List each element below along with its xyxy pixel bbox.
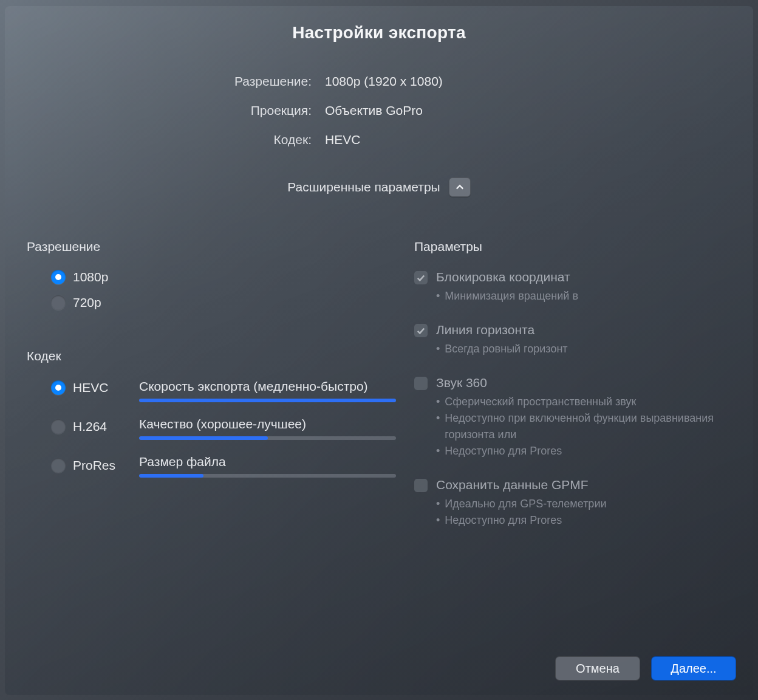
radio-icon bbox=[51, 380, 66, 395]
param-content: Звук 360 Сферический пространственный зв… bbox=[436, 376, 731, 459]
metric-quality: Качество (хорошее-лучшее) bbox=[139, 417, 396, 440]
param-desc: Сферический пространственный звук Недост… bbox=[436, 394, 731, 459]
param-bullet: Недоступно при включенной функции выравн… bbox=[436, 410, 731, 443]
codec-option-h264[interactable]: H.264 bbox=[51, 419, 139, 434]
resolution-option-720p[interactable]: 720p bbox=[51, 295, 396, 310]
radio-icon bbox=[51, 458, 66, 473]
advanced-toggle-button[interactable] bbox=[449, 177, 471, 197]
progress-track bbox=[139, 474, 396, 478]
param-desc: Минимизация вращений в bbox=[436, 288, 731, 304]
radio-icon bbox=[51, 419, 66, 434]
param-horizon[interactable]: Линия горизонта Всегда ровный горизонт bbox=[414, 323, 731, 357]
metric-speed: Скорость экспорта (медленно-быстро) bbox=[139, 379, 396, 402]
dialog-footer: Отмена Далее... bbox=[5, 656, 753, 695]
codec-option-hevc[interactable]: HEVC bbox=[51, 380, 139, 395]
radio-icon bbox=[51, 295, 66, 310]
radio-label: ProRes bbox=[73, 458, 115, 473]
progress-fill bbox=[139, 474, 203, 478]
resolution-option-1080p[interactable]: 1080p bbox=[51, 270, 396, 284]
codec-row: HEVC H.264 ProRes Скорость э bbox=[27, 379, 396, 478]
checkbox-icon bbox=[414, 324, 428, 337]
next-button[interactable]: Далее... bbox=[651, 656, 736, 681]
summary-projection-row: Проекция: Объектив GoPro bbox=[5, 103, 753, 118]
advanced-toggle-label: Расширенные параметры bbox=[287, 180, 440, 194]
codec-section-title: Кодек bbox=[27, 349, 396, 363]
param-content: Блокировка координат Минимизация вращени… bbox=[436, 270, 731, 304]
param-bullet: Идеально для GPS-телеметрии bbox=[436, 496, 731, 512]
param-title: Блокировка координат bbox=[436, 270, 731, 284]
radio-icon bbox=[51, 270, 66, 284]
summary-projection-value: Объектив GoPro bbox=[325, 103, 423, 118]
checkbox-icon bbox=[414, 479, 428, 492]
param-bullet: Недоступно для Prores bbox=[436, 512, 731, 529]
param-desc: Всегда ровный горизонт bbox=[436, 341, 731, 357]
summary-projection-label: Проекция: bbox=[5, 103, 312, 118]
param-content: Линия горизонта Всегда ровный горизонт bbox=[436, 323, 731, 357]
params-section-title: Параметры bbox=[414, 239, 731, 254]
dialog-title: Настройки экспорта bbox=[5, 6, 753, 43]
radio-label: 1080p bbox=[73, 270, 108, 284]
radio-label: HEVC bbox=[73, 380, 108, 395]
summary-codec-row: Кодек: HEVC bbox=[5, 132, 753, 147]
progress-fill bbox=[139, 399, 396, 402]
codec-option-prores[interactable]: ProRes bbox=[51, 458, 139, 473]
codec-metrics: Скорость экспорта (медленно-быстро) Каче… bbox=[139, 379, 396, 478]
summary-resolution-value: 1080p (1920 x 1080) bbox=[325, 74, 443, 89]
param-title: Линия горизонта bbox=[436, 323, 731, 337]
resolution-radio-group: 1080p 720p bbox=[27, 270, 396, 310]
codec-section: Кодек HEVC H.264 ProRes bbox=[27, 349, 396, 478]
cancel-button[interactable]: Отмена bbox=[555, 656, 640, 681]
param-content: Сохранить данные GPMF Идеально для GPS-т… bbox=[436, 478, 731, 529]
summary-block: Разрешение: 1080p (1920 x 1080) Проекция… bbox=[5, 74, 753, 147]
param-bullet: Минимизация вращений в bbox=[436, 288, 731, 304]
chevron-up-icon bbox=[456, 183, 464, 191]
param-desc: Идеально для GPS-телеметрии Недоступно д… bbox=[436, 496, 731, 529]
summary-codec-value: HEVC bbox=[325, 132, 360, 147]
param-gpmf[interactable]: Сохранить данные GPMF Идеально для GPS-т… bbox=[414, 478, 731, 529]
export-settings-dialog: Настройки экспорта Разрешение: 1080p (19… bbox=[5, 6, 753, 695]
left-column: Разрешение 1080p 720p Кодек HE bbox=[27, 239, 396, 656]
progress-fill bbox=[139, 436, 268, 440]
param-bullet: Недоступно для Prores bbox=[436, 443, 731, 459]
advanced-toggle-row: Расширенные параметры bbox=[5, 177, 753, 197]
checkbox-icon bbox=[414, 271, 428, 284]
metric-quality-label: Качество (хорошее-лучшее) bbox=[139, 417, 396, 431]
param-title: Сохранить данные GPMF bbox=[436, 478, 731, 492]
metric-filesize-label: Размер файла bbox=[139, 455, 396, 469]
param-audio-360[interactable]: Звук 360 Сферический пространственный зв… bbox=[414, 376, 731, 459]
content-area: Разрешение 1080p 720p Кодек HE bbox=[5, 209, 753, 656]
checkbox-icon bbox=[414, 377, 428, 390]
metric-speed-label: Скорость экспорта (медленно-быстро) bbox=[139, 379, 396, 394]
progress-track bbox=[139, 399, 396, 402]
metric-filesize: Размер файла bbox=[139, 455, 396, 478]
param-world-lock[interactable]: Блокировка координат Минимизация вращени… bbox=[414, 270, 731, 304]
radio-label: 720p bbox=[73, 295, 101, 310]
progress-track bbox=[139, 436, 396, 440]
param-title: Звук 360 bbox=[436, 376, 731, 390]
summary-codec-label: Кодек: bbox=[5, 132, 312, 147]
radio-label: H.264 bbox=[73, 419, 107, 434]
right-column: Параметры Блокировка координат Минимизац… bbox=[408, 239, 731, 656]
resolution-section-title: Разрешение bbox=[27, 239, 396, 254]
params-list: Блокировка координат Минимизация вращени… bbox=[414, 270, 731, 529]
param-bullet: Всегда ровный горизонт bbox=[436, 341, 731, 357]
summary-resolution-label: Разрешение: bbox=[5, 74, 312, 89]
param-bullet: Сферический пространственный звук bbox=[436, 394, 731, 410]
summary-resolution-row: Разрешение: 1080p (1920 x 1080) bbox=[5, 74, 753, 89]
codec-radio-group: HEVC H.264 ProRes bbox=[27, 379, 139, 473]
